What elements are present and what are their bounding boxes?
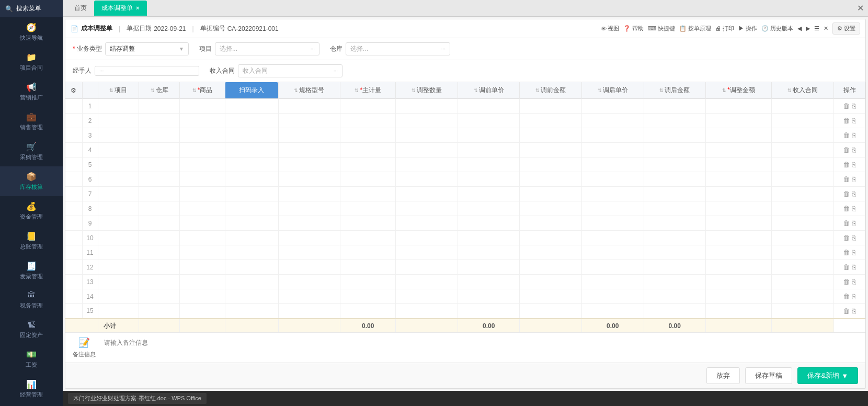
copy-row-icon[interactable]: ⎘ bbox=[852, 190, 856, 198]
row-income-contract[interactable] bbox=[772, 172, 834, 187]
row-unit[interactable] bbox=[340, 275, 396, 289]
row-adjust-qty[interactable] bbox=[396, 187, 458, 201]
save-new-button[interactable]: 保存&新增 ▼ bbox=[797, 367, 858, 384]
row-goods[interactable] bbox=[180, 245, 225, 260]
row-adjust-amount[interactable] bbox=[706, 187, 772, 201]
tab-cost-adjust[interactable]: 成本调整单 ✕ bbox=[94, 1, 147, 16]
row-unit[interactable] bbox=[340, 216, 396, 231]
row-after-amount[interactable] bbox=[644, 99, 706, 114]
row-adjust-amount[interactable] bbox=[706, 157, 772, 172]
sidebar-item-payroll[interactable]: 💵 工资 bbox=[0, 344, 63, 374]
settings-button[interactable]: ⚙ 设置 bbox=[832, 22, 860, 35]
row-spec[interactable] bbox=[278, 304, 340, 319]
row-goods[interactable] bbox=[180, 99, 225, 114]
row-project[interactable] bbox=[98, 289, 139, 304]
row-spec[interactable] bbox=[278, 201, 340, 216]
row-unit[interactable] bbox=[340, 201, 396, 216]
row-spec[interactable] bbox=[278, 216, 340, 231]
row-before-price[interactable] bbox=[458, 114, 520, 128]
row-income-contract[interactable] bbox=[772, 157, 834, 172]
row-after-price[interactable] bbox=[581, 304, 644, 319]
row-adjust-qty[interactable] bbox=[396, 99, 458, 114]
row-after-price[interactable] bbox=[581, 201, 644, 216]
row-after-price[interactable] bbox=[581, 157, 644, 172]
row-before-amount[interactable] bbox=[520, 304, 582, 319]
tab-home[interactable]: 首页 bbox=[67, 1, 94, 16]
shortcut-action[interactable]: ⌨ 快捷键 bbox=[648, 25, 675, 32]
row-after-amount[interactable] bbox=[644, 245, 706, 260]
sidebar-item-operations[interactable]: 📊 经营管理 bbox=[0, 374, 63, 404]
row-scan[interactable] bbox=[225, 143, 278, 157]
row-before-price[interactable] bbox=[458, 231, 520, 245]
row-after-amount[interactable] bbox=[644, 216, 706, 231]
row-adjust-qty[interactable] bbox=[396, 143, 458, 157]
row-unit[interactable] bbox=[340, 231, 396, 245]
copy-row-icon[interactable]: ⎘ bbox=[852, 278, 856, 286]
delete-row-icon[interactable]: 🗑 bbox=[843, 161, 850, 168]
row-before-amount[interactable] bbox=[520, 157, 582, 172]
row-scan[interactable] bbox=[225, 245, 278, 260]
copy-row-icon[interactable]: ⎘ bbox=[852, 307, 856, 315]
row-after-amount[interactable] bbox=[644, 289, 706, 304]
save-draft-button[interactable]: 保存草稿 bbox=[745, 367, 792, 384]
row-scan[interactable] bbox=[225, 216, 278, 231]
row-income-contract[interactable] bbox=[772, 216, 834, 231]
row-warehouse[interactable] bbox=[139, 245, 179, 260]
row-goods[interactable] bbox=[180, 157, 225, 172]
row-spec[interactable] bbox=[278, 260, 340, 275]
row-scan[interactable] bbox=[225, 128, 278, 143]
row-after-price[interactable] bbox=[581, 128, 644, 143]
delete-row-icon[interactable]: 🗑 bbox=[843, 175, 850, 183]
row-adjust-amount[interactable] bbox=[706, 304, 772, 319]
row-spec[interactable] bbox=[278, 275, 340, 289]
copy-row-icon[interactable]: ⎘ bbox=[852, 146, 856, 154]
col-unit[interactable]: ⇅*主计量 bbox=[340, 82, 396, 99]
row-before-amount[interactable] bbox=[520, 172, 582, 187]
col-after-amount[interactable]: ⇅调后金额 bbox=[644, 82, 706, 99]
row-spec[interactable] bbox=[278, 172, 340, 187]
row-goods[interactable] bbox=[180, 231, 225, 245]
row-after-price[interactable] bbox=[581, 172, 644, 187]
sidebar-item-base-info[interactable]: 🗂 基础信息 bbox=[0, 404, 63, 406]
row-project[interactable] bbox=[98, 260, 139, 275]
notes-input[interactable] bbox=[102, 337, 858, 348]
row-before-price[interactable] bbox=[458, 216, 520, 231]
row-goods[interactable] bbox=[180, 143, 225, 157]
row-income-contract[interactable] bbox=[772, 99, 834, 114]
row-adjust-qty[interactable] bbox=[396, 114, 458, 128]
col-project[interactable]: ⇅项目 bbox=[98, 82, 139, 99]
row-project[interactable] bbox=[98, 143, 139, 157]
row-before-amount[interactable] bbox=[520, 143, 582, 157]
row-project[interactable] bbox=[98, 114, 139, 128]
delete-row-icon[interactable]: 🗑 bbox=[843, 278, 850, 286]
delete-row-icon[interactable]: 🗑 bbox=[843, 234, 850, 242]
row-adjust-amount[interactable] bbox=[706, 260, 772, 275]
row-after-amount[interactable] bbox=[644, 260, 706, 275]
row-income-contract[interactable] bbox=[772, 114, 834, 128]
row-before-amount[interactable] bbox=[520, 231, 582, 245]
row-after-amount[interactable] bbox=[644, 157, 706, 172]
row-before-price[interactable] bbox=[458, 187, 520, 201]
row-spec[interactable] bbox=[278, 231, 340, 245]
row-adjust-amount[interactable] bbox=[706, 114, 772, 128]
row-goods[interactable] bbox=[180, 260, 225, 275]
sidebar-item-sales-management[interactable]: 💼 销售管理 bbox=[0, 107, 63, 137]
sidebar-item-quick-nav[interactable]: 🧭 快速导航 bbox=[0, 17, 63, 47]
row-warehouse[interactable] bbox=[139, 304, 179, 319]
next-action[interactable]: ▶ bbox=[806, 25, 810, 32]
row-goods[interactable] bbox=[180, 304, 225, 319]
row-unit[interactable] bbox=[340, 157, 396, 172]
row-before-amount[interactable] bbox=[520, 275, 582, 289]
row-spec[interactable] bbox=[278, 128, 340, 143]
copy-row-icon[interactable]: ⎘ bbox=[852, 205, 856, 212]
row-after-price[interactable] bbox=[581, 216, 644, 231]
row-after-amount[interactable] bbox=[644, 114, 706, 128]
delete-row-icon[interactable]: 🗑 bbox=[843, 117, 850, 125]
row-warehouse[interactable] bbox=[139, 114, 179, 128]
row-scan[interactable] bbox=[225, 304, 278, 319]
row-after-amount[interactable] bbox=[644, 128, 706, 143]
row-project[interactable] bbox=[98, 275, 139, 289]
row-after-price[interactable] bbox=[581, 289, 644, 304]
row-scan[interactable] bbox=[225, 275, 278, 289]
notes-label[interactable]: 📝 备注信息 bbox=[73, 337, 96, 358]
